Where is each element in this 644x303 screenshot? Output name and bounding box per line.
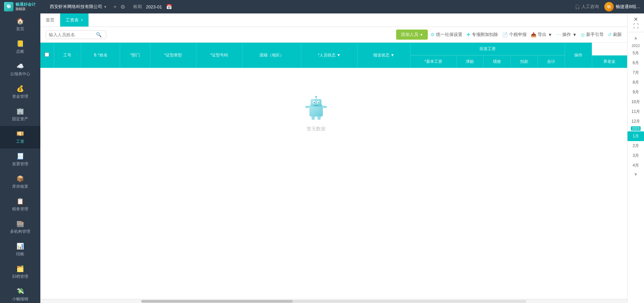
th-checkbox[interactable] <box>40 43 54 68</box>
sidebar-item-fixed-asset[interactable]: 🏢 固定资产 <box>0 103 40 126</box>
guide-toolbar-icon: ◎ <box>581 32 585 37</box>
table-header-row1: 工号 ⇅ *姓名 *部门 *证型类型 *证型号码 国籍（地区） *人员状态 ▼ … <box>40 43 627 55</box>
expense-icon: 💸 <box>16 288 24 295</box>
app-edition: 旗舰版 <box>15 7 36 11</box>
scrollbar-thumb[interactable] <box>141 300 293 303</box>
sidebar-item-salary[interactable]: 💴 工资 <box>0 126 40 148</box>
filter-icon-report[interactable]: ▼ <box>390 53 394 57</box>
scroll-up-button[interactable]: ▲ <box>632 34 640 42</box>
month-list: ▲ 2022 5月 6月 7月 8月 9月 10月 11月 12月 2023 1… <box>628 32 644 180</box>
tax-report-label: 个税申报 <box>509 32 527 38</box>
sidebar-item-home[interactable]: 🏠 首页 <box>0 13 40 36</box>
month-item-2022-11[interactable]: 11月 <box>628 107 644 117</box>
th-allowance: 津贴 <box>456 55 484 68</box>
export-action[interactable]: 📤 导出 ▼ <box>531 32 552 38</box>
social-security-action[interactable]: ⚙ 统一社保设置 <box>430 32 462 38</box>
scrollbar-track[interactable] <box>141 300 526 303</box>
sidebar-label-cloud-report: 云报表中心 <box>10 71 30 77</box>
sidebar-item-invoice[interactable]: 🧾 发票管理 <box>0 148 40 171</box>
guide-label: 新手引导 <box>586 32 604 38</box>
tab-close-salary[interactable]: × <box>81 18 83 23</box>
toolbar: 🔍 添加人员 ▼ ⚙ 统一社保设置 ✚ 专项附加扣除 📄 个税申报 <box>40 27 627 43</box>
tax-report-action[interactable]: 📄 个税申报 <box>502 32 527 38</box>
th-cert-no: *证型号码 <box>196 43 242 68</box>
operations-icon: ⋯ <box>556 32 561 37</box>
user-avatar: 畅 <box>604 2 614 11</box>
sidebar-item-settlement[interactable]: 📊 结账 <box>0 239 40 261</box>
svg-rect-9 <box>323 106 327 108</box>
calendar-icon[interactable]: 📅 <box>166 4 172 9</box>
sidebar-item-archive[interactable]: 🗂️ 归档管理 <box>0 261 40 284</box>
table-body: 暂无数据 <box>40 68 627 159</box>
refresh-action[interactable]: ↺ 刷新 <box>608 32 622 38</box>
month-item-2022-7[interactable]: 7月 <box>628 68 644 78</box>
operations-label: 操作 <box>562 32 571 38</box>
svg-point-7 <box>315 96 317 97</box>
sidebar-item-multi-org[interactable]: 🏬 多机构管理 <box>0 216 40 239</box>
export-arrow-icon: ▼ <box>548 32 552 37</box>
sidebar-item-inventory[interactable]: 📦 库存核算 <box>0 171 40 193</box>
tab-home-label: 首页 <box>46 17 54 23</box>
refresh-label: 刷新 <box>613 32 622 38</box>
svg-rect-10 <box>311 116 315 120</box>
sidebar-label-multi-org: 多机构管理 <box>10 229 30 234</box>
tab-home[interactable]: 首页 <box>40 13 60 27</box>
search-wrap[interactable]: 🔍 <box>46 30 106 39</box>
refresh-icon: ↺ <box>608 32 612 37</box>
fund-icon: 💰 <box>16 85 24 92</box>
sidebar-item-ledger[interactable]: 📒 总账 <box>0 36 40 58</box>
tab-salary[interactable]: 工资表 × <box>60 13 89 27</box>
support-button[interactable]: 🎧 人工咨询 <box>575 4 599 10</box>
scrollbar-area <box>40 299 627 303</box>
social-security-label: 统一社保设置 <box>436 32 462 38</box>
empty-state: 暂无数据 <box>40 68 592 159</box>
add-company-button[interactable]: ＋ <box>112 3 118 10</box>
month-item-2023-3[interactable]: 3月 <box>628 151 644 161</box>
scroll-down-button[interactable]: ▼ <box>632 170 640 178</box>
company-selector[interactable]: 西安虾米网络科技有限公司 ▼ <box>50 4 107 10</box>
user-info[interactable]: 畅 畅捷通B组... <box>604 2 640 11</box>
month-item-2023-1[interactable]: 1月 <box>628 131 644 141</box>
fixed-asset-icon: 🏢 <box>16 107 24 115</box>
extra-deduct-label: 专项附加扣除 <box>472 32 498 38</box>
settings-button[interactable]: ⚙ <box>120 4 125 10</box>
th-cert-type: *证型类型 <box>150 43 196 68</box>
month-item-2022-12[interactable]: 12月 <box>628 117 644 126</box>
month-item-2022-8[interactable]: 8月 <box>628 78 644 87</box>
operations-arrow-icon: ▼ <box>572 32 577 37</box>
tab-salary-label: 工资表 <box>66 17 79 23</box>
operations-action[interactable]: ⋯ 操作 ▼ <box>556 32 577 38</box>
sidebar-item-expense[interactable]: 💸 小畅报销 <box>0 284 40 303</box>
filter-icon-status[interactable]: ▼ <box>337 53 341 57</box>
sidebar-item-cloud-report[interactable]: ☁️ 云报表中心 <box>0 58 40 81</box>
month-item-2022-9[interactable]: 9月 <box>628 87 644 97</box>
select-all-checkbox[interactable] <box>45 52 49 57</box>
month-item-2022-6[interactable]: 6月 <box>628 58 644 68</box>
expand-panel-button[interactable]: ⛶ <box>633 23 639 29</box>
search-input[interactable] <box>49 32 96 37</box>
add-person-button[interactable]: 添加人员 ▼ <box>396 30 428 40</box>
sidebar-label-expense: 小畅报销 <box>12 296 28 302</box>
extra-deduct-action[interactable]: ✚ 专项附加扣除 <box>466 32 498 38</box>
month-item-2022-5[interactable]: 5月 <box>628 48 644 58</box>
header-actions: ＋ ⚙ <box>112 3 125 10</box>
logo-area: 畅 畅通好会计 旗舰版 <box>4 2 44 11</box>
sidebar-label-fund: 资金管理 <box>12 94 28 99</box>
th-nationality: 国籍（地区） <box>242 43 301 68</box>
month-item-2023-2[interactable]: 2月 <box>628 141 644 151</box>
sidebar-label-tax: 税务管理 <box>12 206 28 212</box>
month-item-2023-4[interactable]: 4月 <box>628 161 644 170</box>
settlement-icon: 📊 <box>16 243 24 250</box>
sidebar-item-tax[interactable]: 📋 税务管理 <box>0 193 40 216</box>
th-base-salary: *基本工资 <box>410 55 456 68</box>
content-area: 首页 工资表 × 🔍 添加人员 ▼ ⚙ 统一社保设置 <box>40 13 627 303</box>
invoice-icon: 🧾 <box>16 153 24 160</box>
support-label: 人工咨询 <box>581 4 599 10</box>
close-panel-button[interactable]: ✕ <box>634 16 638 23</box>
th-group-payroll: 应发工资 <box>410 43 565 55</box>
sidebar-item-fund[interactable]: 💰 资金管理 <box>0 81 40 103</box>
tax-report-icon: 📄 <box>502 32 508 37</box>
month-item-2022-10[interactable]: 10月 <box>628 97 644 107</box>
sidebar: 🏠 首页 📒 总账 ☁️ 云报表中心 💰 资金管理 🏢 固定资产 💴 工资 🧾 … <box>0 13 40 303</box>
guide-action[interactable]: ◎ 新手引导 <box>581 32 604 38</box>
